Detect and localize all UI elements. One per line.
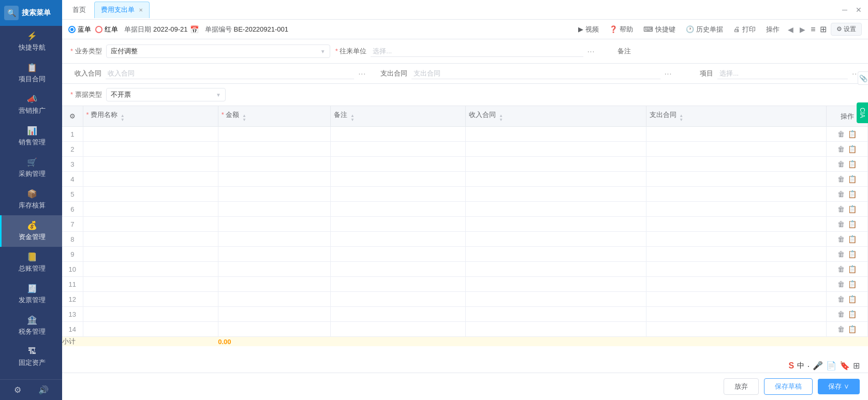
list-view-icon[interactable]: ≡ — [811, 25, 815, 34]
expense-contract-cell-6[interactable] — [646, 202, 826, 217]
table-settings-icon[interactable]: ⚙ — [69, 112, 76, 120]
green-side-tab[interactable]: CIA — [857, 102, 868, 123]
amount-cell-5[interactable] — [218, 187, 331, 202]
note-cell-4[interactable] — [331, 172, 466, 187]
expense-contract-cell-9[interactable] — [646, 247, 826, 262]
delete-icon-7[interactable]: 🗑 — [837, 220, 845, 228]
delete-icon-12[interactable]: 🗑 — [837, 295, 845, 303]
col-expense-contract[interactable]: 支出合同 ▲ ▼ — [646, 106, 826, 127]
copy-icon-10[interactable]: 📋 — [848, 265, 857, 273]
expense-name-cell-2[interactable] — [83, 142, 218, 157]
expense-name-cell-13[interactable] — [83, 307, 218, 322]
amount-cell-9[interactable] — [218, 247, 331, 262]
sidebar-item-inventory[interactable]: 📦库存核算 — [0, 184, 62, 215]
copy-icon-2[interactable]: 📋 — [848, 145, 857, 153]
operate-btn[interactable]: 操作 — [763, 24, 783, 35]
delete-icon-1[interactable]: 🗑 — [837, 130, 845, 138]
expense-contract-input[interactable] — [411, 68, 660, 79]
grid-view-icon[interactable]: ⊞ — [820, 24, 827, 34]
expense-contract-cell-11[interactable] — [646, 277, 826, 292]
expense-contract-cell-4[interactable] — [646, 172, 826, 187]
note-cell-9[interactable] — [331, 247, 466, 262]
amount-cell-11[interactable] — [218, 277, 331, 292]
note-cell-1[interactable] — [331, 127, 466, 142]
expense-contract-cell-7[interactable] — [646, 217, 826, 232]
note-cell-3[interactable] — [331, 157, 466, 172]
income-contract-cell-1[interactable] — [466, 127, 646, 142]
counterpart-dots-btn[interactable]: ··· — [587, 47, 595, 55]
shortcut-btn[interactable]: ⌨ 快捷键 — [640, 24, 679, 35]
copy-icon-6[interactable]: 📋 — [848, 205, 857, 213]
col-note[interactable]: 备注 ▲ ▼ — [331, 106, 466, 127]
col-settings[interactable]: ⚙ — [62, 106, 83, 127]
expense-name-cell-11[interactable] — [83, 277, 218, 292]
window-close-icon[interactable]: ✕ — [854, 5, 864, 15]
note-cell-8[interactable] — [331, 232, 466, 247]
income-contract-cell-6[interactable] — [466, 202, 646, 217]
note-cell-7[interactable] — [331, 217, 466, 232]
note-cell-13[interactable] — [331, 307, 466, 322]
note-cell-14[interactable] — [331, 322, 466, 337]
copy-icon-12[interactable]: 📋 — [848, 295, 857, 303]
project-input[interactable] — [717, 68, 848, 79]
bookmark-icon[interactable]: 🔖 — [840, 361, 850, 371]
grid-icon[interactable]: ⊞ — [853, 361, 860, 371]
doc-icon[interactable]: 📄 — [826, 361, 836, 371]
sidebar-item-tax[interactable]: 🏦税务管理 — [0, 310, 62, 342]
speaker-icon[interactable]: 🔊 — [38, 385, 49, 395]
tab-home[interactable]: 首页 — [66, 2, 92, 18]
copy-icon-11[interactable]: 📋 — [848, 280, 857, 288]
income-contract-cell-13[interactable] — [466, 307, 646, 322]
discard-button[interactable]: 放弃 — [724, 378, 759, 395]
income-contract-cell-3[interactable] — [466, 157, 646, 172]
save-draft-button[interactable]: 保存草稿 — [764, 378, 813, 395]
expense-contract-cell-13[interactable] — [646, 307, 826, 322]
col-amount[interactable]: * 金额 ▲ ▼ — [218, 106, 331, 127]
expense-contract-dots-btn[interactable]: ··· — [665, 69, 672, 78]
expense-contract-cell-3[interactable] — [646, 157, 826, 172]
tab-current[interactable]: 费用支出单 ✕ — [94, 2, 150, 18]
copy-icon-9[interactable]: 📋 — [848, 250, 857, 258]
expense-contract-cell-12[interactable] — [646, 292, 826, 307]
income-contract-dots-btn[interactable]: ··· — [358, 69, 366, 78]
col-expense-name[interactable]: * 费用名称 ▲ ▼ — [83, 106, 218, 127]
note-cell-6[interactable] — [331, 202, 466, 217]
amount-cell-8[interactable] — [218, 232, 331, 247]
col-income-contract[interactable]: 收入合同 ▲ ▼ — [466, 106, 646, 127]
note-cell-12[interactable] — [331, 292, 466, 307]
expense-contract-cell-14[interactable] — [646, 322, 826, 337]
delete-icon-2[interactable]: 🗑 — [837, 145, 845, 153]
sidebar-item-quick-nav[interactable]: ⚡快捷导航 — [0, 26, 62, 57]
calendar-icon[interactable]: 📅 — [190, 25, 199, 34]
expense-name-cell-10[interactable] — [83, 262, 218, 277]
delete-icon-14[interactable]: 🗑 — [837, 325, 845, 333]
income-contract-cell-4[interactable] — [466, 172, 646, 187]
amount-cell-10[interactable] — [218, 262, 331, 277]
income-contract-cell-5[interactable] — [466, 187, 646, 202]
radio-blue[interactable]: 蓝单 — [68, 25, 91, 34]
income-contract-input[interactable] — [106, 68, 354, 79]
sidebar-item-capital[interactable]: 💰资金管理 — [0, 215, 62, 247]
delete-icon-3[interactable]: 🗑 — [837, 160, 845, 168]
delete-icon-5[interactable]: 🗑 — [837, 190, 845, 198]
copy-icon-5[interactable]: 📋 — [848, 190, 857, 198]
copy-icon-7[interactable]: 📋 — [848, 220, 857, 228]
delete-icon-8[interactable]: 🗑 — [837, 235, 845, 243]
income-contract-cell-8[interactable] — [466, 232, 646, 247]
income-contract-cell-7[interactable] — [466, 217, 646, 232]
expense-contract-cell-5[interactable] — [646, 187, 826, 202]
copy-icon-13[interactable]: 📋 — [848, 310, 857, 318]
video-btn[interactable]: ▶ 视频 — [575, 24, 602, 35]
sidebar-item-fixed-assets[interactable]: 🏗固定资产 — [0, 342, 62, 373]
amount-cell-3[interactable] — [218, 157, 331, 172]
invoice-type-select[interactable]: 不开票 ▼ — [106, 88, 226, 101]
number-value[interactable]: BE-20220921-001 — [234, 25, 289, 33]
help-btn[interactable]: ❓ 帮助 — [606, 24, 636, 35]
settings-icon[interactable]: ⚙ — [14, 385, 21, 395]
expense-contract-cell-2[interactable] — [646, 142, 826, 157]
expense-name-cell-12[interactable] — [83, 292, 218, 307]
expense-name-cell-14[interactable] — [83, 322, 218, 337]
save-button[interactable]: 保存 ∨ — [818, 379, 860, 394]
amount-cell-1[interactable] — [218, 127, 331, 142]
sidebar-item-accounting[interactable]: 📒总账管理 — [0, 247, 62, 278]
